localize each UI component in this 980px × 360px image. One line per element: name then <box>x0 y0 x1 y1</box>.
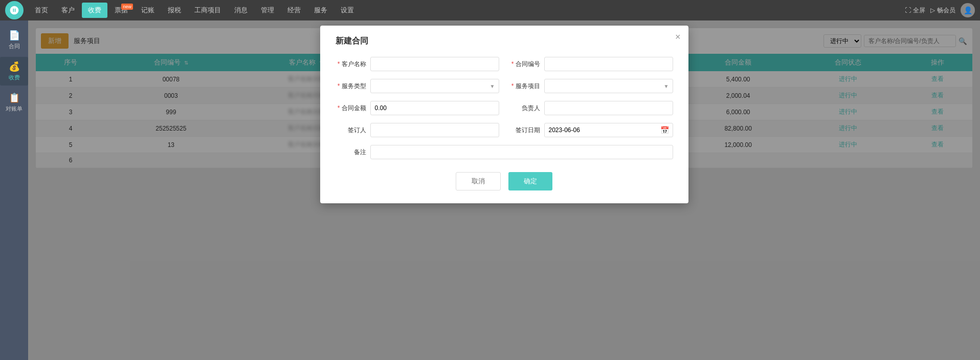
signer-input[interactable] <box>370 123 499 137</box>
nav-bookkeeping[interactable]: 记账 <box>135 3 161 18</box>
service-item-select-wrapper <box>544 79 673 93</box>
app-logo[interactable] <box>5 1 24 19</box>
nav-message[interactable]: 消息 <box>228 3 254 18</box>
sign-date-label: 签订日期 <box>509 126 540 135</box>
user-avatar[interactable]: 👤 <box>961 3 975 17</box>
modal-title: 新建合同 <box>336 36 673 47</box>
nav-menu: 首页 客户 收费 票据 new 记账 报税 工商项目 消息 管理 经营 服务 设… <box>29 3 905 18</box>
content-area: 新增 服务项目 进行中 已完成 已终止 🔍 序号 <box>28 20 980 360</box>
service-type-select-wrapper <box>370 79 499 93</box>
nav-manage[interactable]: 管理 <box>255 3 280 18</box>
form-row-customer: 客户名称 <box>336 57 499 71</box>
sidebar-item-label-reconcile: 对账单 <box>6 105 23 113</box>
sign-date-wrapper: 📅 <box>544 123 673 137</box>
sign-date-input[interactable] <box>544 123 673 137</box>
nav-right: ⛶ 全屏 ▷ 畅会员 👤 <box>905 3 975 17</box>
nav-business[interactable]: 工商项目 <box>188 3 227 18</box>
fees-icon: 💰 <box>9 61 20 72</box>
note-input[interactable] <box>370 145 673 159</box>
form-row-contract-no: 合同编号 <box>509 57 673 71</box>
nav-operation[interactable]: 经营 <box>281 3 307 18</box>
sidebar-item-label-contract: 合同 <box>9 43 20 50</box>
form-row-service-item: 服务项目 <box>509 79 673 93</box>
signer-label: 签订人 <box>336 126 366 135</box>
top-nav: 首页 客户 收费 票据 new 记账 报税 工商项目 消息 管理 经营 服务 设… <box>0 0 980 20</box>
vip-button[interactable]: ▷ 畅会员 <box>930 6 955 15</box>
service-item-label: 服务项目 <box>509 82 540 91</box>
nav-fees[interactable]: 收费 <box>82 3 107 18</box>
sidebar-item-contract[interactable]: 📄 合同 <box>0 26 28 54</box>
contract-amount-label: 合同金额 <box>336 104 366 113</box>
modal-close-button[interactable]: × <box>675 32 681 43</box>
responsible-input[interactable] <box>544 101 673 115</box>
service-type-label: 服务类型 <box>336 82 366 91</box>
sidebar-item-label-fees: 收费 <box>9 74 20 81</box>
nav-home[interactable]: 首页 <box>29 3 54 18</box>
modal-overlay: 新建合同 × 客户名称 合同编号 服务类型 <box>28 20 980 360</box>
nav-bills[interactable]: 票据 new <box>108 3 134 18</box>
form-row-service-type: 服务类型 <box>336 79 499 93</box>
reconcile-icon: 📋 <box>9 92 20 103</box>
contract-amount-input[interactable] <box>370 101 499 115</box>
new-badge: new <box>121 4 133 10</box>
form-row-responsible: 负责人 <box>509 101 673 115</box>
customer-name-input[interactable] <box>370 57 499 71</box>
nav-settings[interactable]: 设置 <box>335 3 360 18</box>
sidebar-item-reconcile[interactable]: 📋 对账单 <box>0 88 28 117</box>
form-row-sign-date: 签订日期 📅 <box>509 123 673 137</box>
service-item-select[interactable] <box>544 79 673 93</box>
form-grid: 客户名称 合同编号 服务类型 <box>336 57 673 159</box>
contract-no-label: 合同编号 <box>509 60 540 69</box>
sidebar-item-fees[interactable]: 💰 收费 <box>0 57 28 86</box>
customer-name-label: 客户名称 <box>336 60 366 69</box>
responsible-label: 负责人 <box>509 104 540 113</box>
nav-customer[interactable]: 客户 <box>55 3 81 18</box>
form-row-signer: 签订人 <box>336 123 499 137</box>
form-row-note: 备注 <box>336 145 673 159</box>
sidebar: 📄 合同 💰 收费 📋 对账单 <box>0 20 28 360</box>
nav-service[interactable]: 服务 <box>308 3 333 18</box>
confirm-button[interactable]: 确定 <box>508 172 552 190</box>
contract-icon: 📄 <box>9 30 20 41</box>
fullscreen-button[interactable]: ⛶ 全屏 <box>905 6 925 15</box>
form-row-amount: 合同金额 <box>336 101 499 115</box>
main-layout: 📄 合同 💰 收费 📋 对账单 新增 服务项目 进行中 已完成 已终止 <box>0 20 980 360</box>
contract-no-input[interactable] <box>544 57 673 71</box>
note-label: 备注 <box>336 148 366 157</box>
nav-tax[interactable]: 报税 <box>162 3 187 18</box>
modal-footer: 取消 确定 <box>336 172 673 190</box>
service-type-select[interactable] <box>370 79 499 93</box>
new-contract-modal: 新建合同 × 客户名称 合同编号 服务类型 <box>320 26 688 203</box>
cancel-button[interactable]: 取消 <box>456 172 501 190</box>
